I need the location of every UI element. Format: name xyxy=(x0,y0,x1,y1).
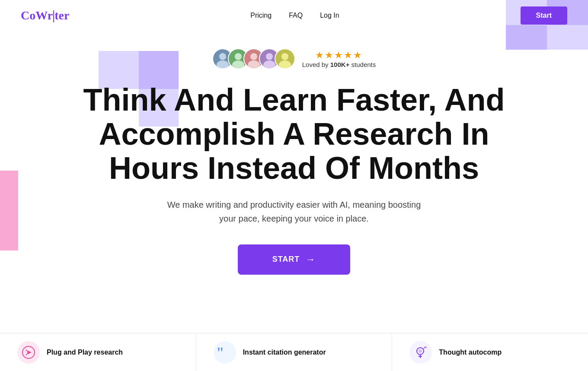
logo[interactable]: CoWrter xyxy=(21,9,69,23)
navbar: CoWrter Pricing FAQ Log In Start xyxy=(0,0,588,31)
hero-section: ★★★★★ Loved by 100K+ students Think And … xyxy=(0,31,588,301)
hero-subtext: We make writing and productivity easier … xyxy=(160,198,428,225)
svg-point-7 xyxy=(250,53,257,60)
svg-rect-17 xyxy=(26,349,27,351)
feature-item-autocomplete: Thought autocomp xyxy=(392,333,588,371)
hero-cta-button[interactable]: START → xyxy=(238,244,351,275)
svg-marker-16 xyxy=(27,350,32,355)
avatar-group xyxy=(212,48,295,69)
nav-links: Pricing FAQ Log In xyxy=(250,12,339,19)
research-icon xyxy=(17,341,40,364)
feature-label-autocomplete: Thought autocomp xyxy=(439,349,502,356)
star-rating: ★★★★★ xyxy=(302,50,376,61)
nav-link-faq[interactable]: FAQ xyxy=(289,12,303,19)
svg-rect-18 xyxy=(26,354,27,355)
loved-text: Loved by 100K+ students xyxy=(302,61,376,68)
feature-strip: Plug and Play research " Instant citatio… xyxy=(0,333,588,371)
cta-label: START xyxy=(272,255,300,264)
social-proof: ★★★★★ Loved by 100K+ students xyxy=(212,48,376,69)
hero-headline: Think And Learn Faster, And Accomplish A… xyxy=(78,83,510,186)
svg-point-4 xyxy=(235,53,242,60)
logo-text: CoWrter xyxy=(21,9,69,23)
feature-label-research: Plug and Play research xyxy=(47,349,123,356)
feature-label-citation: Instant citation generator xyxy=(243,349,326,356)
svg-point-10 xyxy=(266,53,273,60)
nav-start-button[interactable]: Start xyxy=(521,6,567,25)
svg-point-1 xyxy=(219,53,226,60)
svg-text:": " xyxy=(217,346,224,359)
feature-item-research: Plug and Play research xyxy=(0,333,196,371)
avatar xyxy=(275,48,295,69)
cta-arrow-icon: → xyxy=(306,254,316,265)
autocomplete-icon xyxy=(409,341,432,364)
feature-item-citation: " Instant citation generator xyxy=(196,333,393,371)
nav-link-login[interactable]: Log In xyxy=(320,12,339,19)
citation-icon: " xyxy=(214,341,236,364)
svg-point-13 xyxy=(281,53,288,60)
nav-link-pricing[interactable]: Pricing xyxy=(250,12,272,19)
social-text: ★★★★★ Loved by 100K+ students xyxy=(302,50,376,68)
svg-point-21 xyxy=(419,349,422,353)
